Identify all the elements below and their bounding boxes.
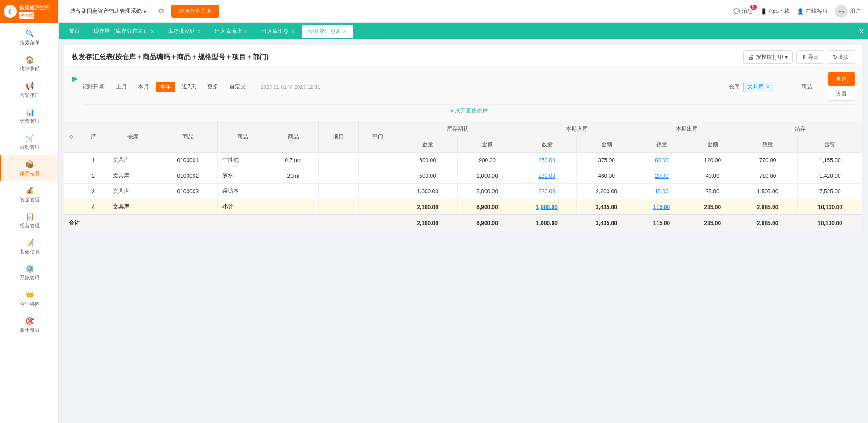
tab-recv-send-summary[interactable]: 收发存汇总表 ✕ — [302, 25, 353, 38]
th-inbound: 本期入库 — [517, 121, 636, 137]
refresh-label: 刷新 — [839, 53, 850, 61]
table-row: 3 文具库 0100003 采访本 1,000.00 5,000.00 520.… — [64, 184, 862, 199]
td-total-in-amt: 3,435.00 — [577, 215, 636, 231]
td-subtotal-open-qty: 2,100.00 — [398, 199, 458, 215]
export-button[interactable]: ⬆ 导出 — [796, 50, 824, 64]
td-settings — [64, 168, 79, 184]
sidebar-item-purchase[interactable]: 🛒 采购管理 — [0, 129, 58, 155]
print-button[interactable]: 🖨 按模版打印 ▾ — [743, 50, 793, 64]
th-product-name: 商品 — [218, 121, 268, 153]
out-qty-link[interactable]: 15.00 — [655, 188, 669, 195]
mobile-icon: 📱 — [760, 8, 767, 15]
in-qty-link[interactable]: 250.00 — [538, 157, 555, 164]
app-download-item[interactable]: 📱 App下载 — [760, 7, 790, 15]
td-in-qty[interactable]: 520.00 — [517, 184, 577, 199]
td-out-qty[interactable]: 80.00 — [636, 153, 687, 168]
megaphone-icon: 📢 — [25, 82, 34, 90]
tab-home[interactable]: 首页 — [62, 25, 86, 38]
th-out-qty: 数量 — [636, 137, 687, 153]
date-btn-last-month[interactable]: 上月 — [112, 82, 131, 92]
date-btn-custom[interactable]: 自定义 — [225, 82, 250, 92]
system-select[interactable]: 装备及固定资产辅助管理系统 ▾ — [66, 5, 150, 17]
tab-inventory-dist-close[interactable]: ✕ — [150, 29, 154, 34]
bell-icon: 💬 — [733, 8, 740, 15]
trial-button[interactable]: 体验行业方案 — [171, 5, 219, 18]
column-settings-icon[interactable]: ⚙ — [69, 134, 74, 140]
tab-inout-summary-close[interactable]: ✕ — [291, 29, 294, 34]
refresh-button[interactable]: ↻ 刷新 — [828, 50, 855, 64]
tab-inout-flow-close[interactable]: ✕ — [244, 29, 248, 34]
online-service-label: 在线客服 — [806, 7, 828, 15]
search-icon: 🔍 — [25, 29, 34, 38]
date-filter-label: 记账日期 — [83, 83, 105, 91]
product-more-btn[interactable]: ... — [816, 83, 820, 90]
tab-inventory-dist[interactable]: 现存量（库存分布表） ✕ — [87, 25, 160, 38]
filter-toggle-icon[interactable]: ▶ — [72, 74, 77, 83]
in-qty-link[interactable]: 520.00 — [538, 188, 555, 195]
user-item[interactable]: Ea 用户 — [835, 5, 861, 18]
td-subtotal-out-qty[interactable]: 115.00 — [636, 199, 687, 215]
sidebar-item-operations[interactable]: 📋 经营管理 — [0, 208, 58, 234]
sidebar-item-sales[interactable]: 📊 销售管理 — [0, 103, 58, 129]
th-in-amt: 金额 — [577, 137, 636, 153]
sidebar-item-marketing[interactable]: 📢 营销推广 — [0, 77, 58, 103]
filter-settings-button[interactable]: 设置 — [828, 88, 855, 101]
td-in-qty[interactable]: 250.00 — [517, 153, 577, 168]
expand-more-conditions[interactable]: ▾ 展开更多条件 — [83, 104, 855, 116]
filter-area: ▶ 记账日期 上月 本月 本年 近7天 更多 自定义 — [64, 68, 862, 121]
tab-batch[interactable]: 库存批次账 ✕ — [161, 25, 207, 38]
td-total-open-qty: 2,100.00 — [398, 215, 458, 231]
date-btn-7days[interactable]: 近7天 — [178, 82, 200, 92]
in-qty-link[interactable]: 230.00 — [538, 173, 555, 179]
td-open-qty: 500.00 — [398, 168, 458, 184]
th-settings: ⚙ — [64, 121, 79, 153]
online-service-item[interactable]: 👤 在线客服 — [797, 7, 828, 15]
td-project — [319, 153, 358, 168]
warehouse-more-btn[interactable]: ... — [778, 83, 783, 90]
sidebar-item-system[interactable]: ⚙️ 系统管理 — [0, 260, 58, 286]
chevron-down-icon: ▾ — [785, 54, 788, 60]
sidebar-label-enterprise: 企业协同 — [20, 301, 40, 308]
tab-recv-send-summary-close[interactable]: ✕ — [343, 29, 347, 34]
td-out-qty[interactable]: 15.00 — [636, 184, 687, 199]
th-warehouse: 仓库 — [108, 121, 158, 153]
sidebar-item-finance[interactable]: 💰 资金管理 — [0, 181, 58, 208]
td-close-qty: 710.00 — [738, 168, 797, 184]
td-subtotal-open-amt: 6,900.00 — [458, 199, 517, 215]
date-btn-this-year[interactable]: 本年 — [156, 82, 175, 92]
sidebar-item-basic[interactable]: 📝 基础信息 — [0, 234, 58, 260]
td-in-qty[interactable]: 230.00 — [517, 168, 577, 184]
td-subtotal-close-qty: 2,985.00 — [738, 199, 797, 215]
subtotal-out-qty-link[interactable]: 115.00 — [653, 204, 670, 210]
tab-inout-summary[interactable]: 出入库汇总 ✕ — [255, 25, 301, 38]
box-icon: 📦 — [25, 160, 34, 169]
out-qty-link[interactable]: 20.00 — [655, 173, 669, 179]
tab-home-label: 首页 — [69, 27, 80, 35]
close-all-tabs[interactable]: ✕ — [858, 27, 864, 36]
settings-icon[interactable]: ⚙ — [158, 7, 164, 16]
td-subtotal-no: 4 — [79, 199, 108, 215]
notification-item[interactable]: 💬 消息 6 — [733, 7, 753, 15]
sidebar-item-inventory[interactable]: 📦 库存核算 — [0, 155, 58, 181]
td-open-amt: 5,000.00 — [458, 184, 517, 199]
system-name: 装备及固定资产辅助管理系统 — [70, 7, 142, 15]
warehouse-tag-remove[interactable]: ✕ — [766, 83, 770, 90]
date-btn-this-month[interactable]: 本月 — [134, 82, 153, 92]
td-out-qty[interactable]: 20.00 — [636, 168, 687, 184]
tab-recv-send-summary-label: 收发存汇总表 — [308, 27, 341, 35]
subtotal-in-qty-link[interactable]: 1,000.00 — [536, 204, 558, 210]
out-qty-link[interactable]: 80.00 — [655, 157, 669, 164]
sidebar-item-search[interactable]: 🔍 搜索菜单 — [0, 25, 58, 51]
sidebar-item-quick-nav[interactable]: 🏠 快捷导航 — [0, 51, 58, 77]
tab-inout-flow[interactable]: 出入库流水 ✕ — [208, 25, 254, 38]
date-btn-more[interactable]: 更多 — [203, 82, 222, 92]
sidebar-item-guide[interactable]: 🎯 新手引导 — [0, 312, 58, 338]
td-product: 胶水 — [218, 168, 268, 184]
query-button[interactable]: 查询 — [828, 72, 855, 86]
th-close-amt: 金额 — [797, 137, 862, 153]
printer-icon: 🖨 — [748, 54, 754, 60]
tab-batch-close[interactable]: ✕ — [197, 29, 201, 34]
sidebar-item-enterprise[interactable]: 🤝 企业协同 — [0, 286, 58, 312]
td-subtotal-in-qty[interactable]: 1,000.00 — [517, 199, 577, 215]
th-out-amt: 金额 — [687, 137, 738, 153]
